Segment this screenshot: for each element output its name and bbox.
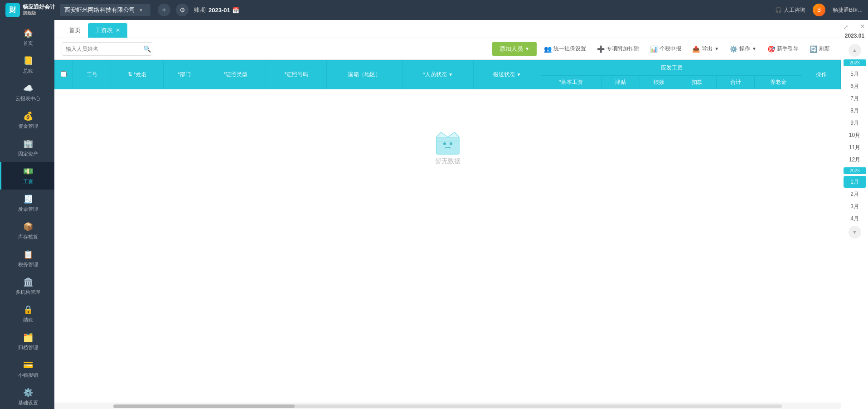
header-checkbox-col[interactable]: [55, 60, 73, 89]
refresh-action[interactable]: 🔄 刷新: [806, 43, 834, 54]
sidebar-item-expense[interactable]: 💳 小畅报销: [0, 355, 54, 383]
panel-expand-button[interactable]: ⤢: [843, 24, 849, 31]
tab-close-icon[interactable]: ✕: [116, 28, 120, 33]
select-all-checkbox[interactable]: [61, 71, 67, 77]
month-item-7[interactable]: 7月: [844, 93, 866, 104]
panel-close-button[interactable]: ✕: [860, 23, 865, 30]
sidebar-item-settings[interactable]: ⚙️ 基础设置: [0, 383, 54, 409]
empty-state-cell: 暂无数据: [55, 89, 841, 202]
svg-point-1: [443, 142, 446, 145]
ops-action[interactable]: ⚙️ 操作 ▼: [726, 43, 760, 54]
search-input[interactable]: [62, 42, 152, 56]
month-item-6[interactable]: 6月: [844, 80, 866, 92]
social-settings-action[interactable]: 👥 统一社保设置: [540, 43, 590, 54]
sidebar-label-multi: 多机构管理: [15, 289, 40, 296]
sidebar-item-ledger[interactable]: 📒 总账: [0, 51, 54, 79]
months-container: 20235月6月7月8月9月10月11月12月20231月2月3月4月: [844, 58, 866, 225]
ops-icon: ⚙️: [730, 45, 737, 53]
tab-home[interactable]: 首页: [62, 23, 88, 38]
header-id-no: *证照号码: [266, 60, 327, 89]
month-item-9[interactable]: 9月: [844, 117, 866, 129]
company-selector[interactable]: 西安虾米网络科技有限公司 ▼: [60, 4, 150, 16]
table-container[interactable]: 工号 ⇅ *姓名 *部门 *证照类型 *证照号码 国籍（地区） *人员状态 ▼ …: [54, 60, 841, 403]
invoice-icon: 🧾: [23, 194, 33, 204]
month-item-8[interactable]: 8月: [844, 105, 866, 117]
month-item-3[interactable]: 3月: [844, 200, 866, 212]
month-item-12[interactable]: 12月: [844, 154, 866, 166]
header-nation: 国籍（地区）: [327, 60, 402, 89]
month-nav-up-button[interactable]: ▲: [849, 44, 861, 57]
export-action[interactable]: 📤 导出 ▼: [689, 43, 723, 54]
funds-icon: 💰: [23, 111, 33, 121]
tab-salary[interactable]: 工资表 ✕: [88, 23, 127, 38]
header-total: 合计: [716, 76, 754, 89]
refresh-label: 刷新: [819, 45, 830, 53]
filter-icon-report[interactable]: ▼: [517, 72, 521, 77]
settings-icon[interactable]: ⚙: [176, 4, 189, 16]
sidebar-item-archive[interactable]: 🗂️ 归档管理: [0, 328, 54, 355]
tabs-bar: 首页 工资表 ✕: [54, 20, 841, 38]
tax-icon: 📋: [23, 249, 33, 259]
multi-icon: 🏛️: [23, 277, 33, 287]
add-company-button[interactable]: ＋: [158, 4, 170, 16]
panel-top-section: ✕ ⤢ 2023.01: [841, 22, 868, 41]
sidebar-item-cloud[interactable]: ☁️ 云报表中心: [0, 79, 54, 107]
salary-icon: 💵: [23, 166, 33, 176]
month-item-11[interactable]: 11月: [844, 141, 866, 153]
sidebar-item-home[interactable]: 🏠 首页: [0, 24, 54, 51]
header-name: ⇅ *姓名: [111, 60, 164, 89]
header-ops: 操作: [802, 60, 841, 89]
month-item-10[interactable]: 10月: [844, 129, 866, 141]
sidebar-label-funds: 资金管理: [18, 123, 38, 130]
app-version: 旗舰版: [23, 10, 55, 16]
empty-text: 暂无数据: [435, 157, 461, 166]
add-person-button[interactable]: 添加人员 ▼: [492, 42, 537, 56]
sidebar-item-inventory[interactable]: 📦 库存核算: [0, 217, 54, 245]
search-icon[interactable]: 🔍: [143, 45, 151, 53]
month-item-2[interactable]: 2月: [844, 188, 866, 200]
assets-icon: 🏢: [23, 139, 33, 149]
month-item-5[interactable]: 5月: [844, 68, 866, 80]
sidebar-item-tax[interactable]: 📋 税务管理: [0, 245, 54, 273]
horizontal-scrollbar-track[interactable]: [113, 404, 782, 408]
app-name: 畅应通好会计: [23, 4, 55, 10]
ledger-icon: 📒: [23, 56, 33, 66]
month-item-4[interactable]: 4月: [844, 213, 866, 224]
tab-salary-label: 工资表: [95, 26, 113, 34]
sidebar-item-multi[interactable]: 🏛️ 多机构管理: [0, 273, 54, 300]
sidebar-item-funds[interactable]: 💰 资金管理: [0, 107, 54, 134]
logo-area: 财 畅应通好会计 旗舰版: [5, 3, 60, 17]
month-item-1[interactable]: 1月: [844, 176, 866, 188]
export-icon: 📤: [692, 45, 700, 53]
archive-icon: 🗂️: [23, 332, 33, 342]
sidebar-label-ledger: 总账: [23, 68, 33, 74]
company-name: 西安虾米网络科技有限公司: [64, 6, 135, 14]
guide-label: 新手引导: [777, 45, 799, 53]
tax-report-action[interactable]: 📊 个税申报: [646, 43, 685, 54]
guide-action[interactable]: 🎯 新手引导: [764, 43, 802, 54]
service-button[interactable]: 🎧 人工咨询: [775, 6, 805, 14]
horizontal-scrollbar-thumb[interactable]: [113, 404, 295, 408]
deduct-action[interactable]: ➕ 专项附加扣除: [593, 43, 643, 54]
month-nav-down-button[interactable]: ▼: [849, 226, 861, 239]
salary-table: 工号 ⇅ *姓名 *部门 *证照类型 *证照号码 国籍（地区） *人员状态 ▼ …: [54, 60, 841, 202]
sidebar-label-inventory: 库存核算: [18, 234, 38, 240]
sidebar: 🏠 首页 📒 总账 ☁️ 云报表中心 💰 资金管理 🏢 固定资产 💵 工资 🧾 …: [0, 20, 54, 409]
filter-icon-status[interactable]: ▼: [448, 72, 453, 77]
empty-state: 暂无数据: [55, 89, 841, 202]
table-body: 暂无数据: [55, 89, 841, 202]
export-label: 导出: [702, 45, 713, 53]
header-person-status: *人员状态 ▼: [402, 60, 474, 89]
empty-state-row: 暂无数据: [55, 89, 841, 202]
header-actions: ＋ ⚙: [158, 4, 189, 16]
ops-arrow-icon: ▼: [752, 46, 756, 51]
calendar-icon[interactable]: 📅: [232, 7, 239, 14]
sidebar-item-assets[interactable]: 🏢 固定资产: [0, 134, 54, 162]
sidebar-item-salary[interactable]: 💵 工资: [0, 162, 54, 190]
header-performance: 绩效: [640, 76, 678, 89]
top-header: 财 畅应通好会计 旗舰版 西安虾米网络科技有限公司 ▼ ＋ ⚙ 账期 2023-…: [0, 0, 868, 20]
sidebar-label-settings: 基础设置: [18, 399, 38, 406]
year-2023-badge: 2023: [844, 167, 866, 174]
sidebar-item-invoice[interactable]: 🧾 发票管理: [0, 190, 54, 217]
sidebar-item-close[interactable]: 🔒 结账: [0, 300, 54, 328]
